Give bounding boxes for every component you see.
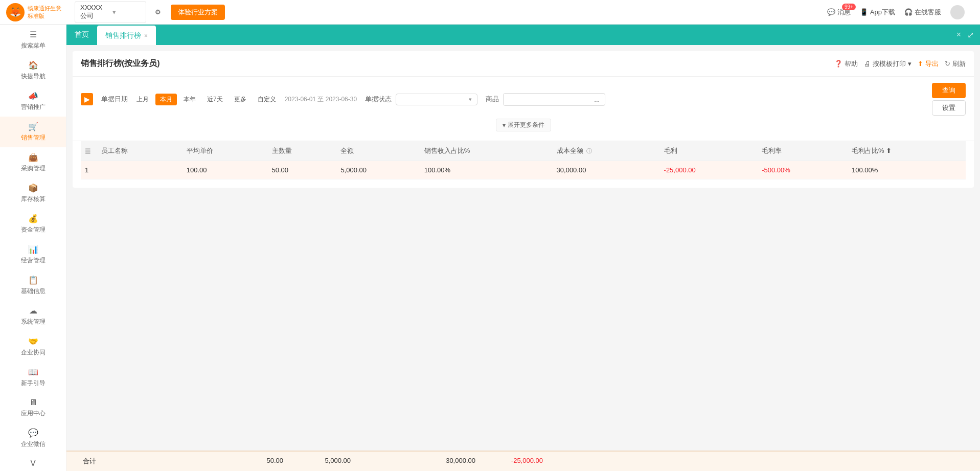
sidebar-item-label: 营销推广 — [21, 103, 45, 111]
content-area: 首页 销售排行榜 × × ⤢ 销售排行榜(按业务员) — [66, 25, 980, 471]
last-month-btn[interactable]: 上月 — [132, 94, 153, 105]
goods-filter: 商品 ... — [486, 93, 605, 106]
query-button[interactable]: 查询 — [932, 83, 966, 98]
filter-expand-arrow[interactable]: ▶ — [81, 93, 93, 105]
th-sales-ratio: 销售收入占比% — [420, 141, 553, 161]
last-7days-btn[interactable]: 近7天 — [202, 94, 227, 105]
page-title: 销售排行榜(按业务员) — [81, 58, 834, 69]
trial-button[interactable]: 体验行业方案 — [171, 5, 225, 20]
goods-filter-label: 商品 — [486, 95, 499, 104]
logo-area: 🦊 畅康通好生意 标准版 — [6, 3, 73, 21]
sidebar-item-marketing[interactable]: 📣 营销推广 — [0, 86, 66, 117]
marketing-icon: 📣 — [28, 91, 38, 101]
sidebar-item-enterprise-coop[interactable]: 🤝 企业协同 — [0, 331, 66, 362]
sidebar-item-inventory[interactable]: 📦 库存核算 — [0, 178, 66, 209]
top-bar-right: 💬 消息 99+ 📱 App下载 🎧 在线客服 — [827, 5, 974, 19]
sidebar-item-label: 采购管理 — [21, 164, 45, 173]
this-month-btn[interactable]: 本月 — [155, 94, 177, 105]
close-window-button[interactable]: × — [956, 30, 961, 39]
print-button[interactable]: 🖨 按模板打印 ▾ — [864, 59, 911, 69]
resize-window-button[interactable]: ⤢ — [967, 30, 974, 40]
th-cost: 成本全额 ⓘ — [553, 141, 660, 161]
user-avatar[interactable] — [950, 5, 965, 19]
sidebar-item-operation[interactable]: 📊 经营管理 — [0, 239, 66, 270]
footer-quantity: 50.00 — [242, 457, 283, 466]
sidebar-item-label: 应用中心 — [21, 409, 45, 418]
cell-name — [97, 161, 183, 180]
sidebar-item-finance[interactable]: 💰 资金管理 — [0, 209, 66, 239]
sidebar-item-quick-nav[interactable]: 🏠 快捷导航 — [0, 55, 66, 86]
cell-avg-price: 100.00 — [183, 161, 268, 180]
vip-icon: V — [30, 459, 36, 468]
tab-bar: 首页 销售排行榜 × × ⤢ — [66, 25, 980, 45]
search-order-icon: ☰ — [30, 30, 37, 39]
th-gross-ratio[interactable]: 毛利占比% ⬆ — [848, 141, 966, 161]
sidebar-item-search-order[interactable]: ☰ 搜索菜单 — [0, 25, 66, 55]
tab-home[interactable]: 首页 — [66, 25, 97, 45]
settings-gear-icon[interactable]: ⚙ — [150, 5, 166, 20]
goods-input[interactable]: ... — [503, 93, 605, 106]
date-range-text: 2023-06-01 至 2023-06-30 — [285, 95, 357, 104]
enterprise-icon: 🤝 — [28, 337, 38, 346]
expand-more-icon: ▾ — [503, 122, 506, 129]
cell-amount: 5,000.00 — [336, 161, 420, 180]
sidebar-item-label: 经营管理 — [21, 256, 45, 265]
system-icon: ☁ — [29, 306, 37, 316]
footer-cost: 30,000.00 — [424, 457, 475, 466]
this-year-btn[interactable]: 本年 — [179, 94, 200, 105]
app-download-icon: 📱 — [860, 8, 868, 16]
footer-sales-ratio — [367, 457, 408, 466]
th-gross-rate: 毛利率 — [758, 141, 848, 161]
app-download-button[interactable]: 📱 App下载 — [860, 8, 895, 17]
status-select[interactable]: ▾ — [396, 94, 477, 105]
sales-tab-label: 销售排行榜 — [105, 31, 141, 40]
refresh-button[interactable]: ↻ 刷新 — [945, 59, 966, 69]
sidebar-item-label: 系统管理 — [21, 318, 45, 326]
message-icon: 💬 — [827, 8, 835, 16]
inner-header: 销售排行榜(按业务员) ❓ 帮助 🖨 按模板打印 ▾ — [73, 51, 974, 77]
sidebar-item-app-center[interactable]: 🖥 应用中心 — [0, 393, 66, 423]
purchase-icon: 👜 — [28, 152, 38, 162]
th-amount: 全额 — [336, 141, 420, 161]
weixin-icon: 💬 — [28, 428, 38, 438]
message-button[interactable]: 💬 消息 99+ — [827, 8, 851, 17]
sidebar-item-sales-mgmt[interactable]: 🛒 销售管理 — [0, 117, 66, 147]
cell-gross-ratio: 100.00% — [848, 161, 966, 180]
cell-gross: -25,000.00 — [660, 161, 758, 180]
th-settings[interactable]: ☰ — [81, 141, 97, 161]
print-icon: 🖨 — [864, 60, 871, 68]
refresh-icon: ↻ — [945, 60, 950, 68]
footer-amount: 5,000.00 — [300, 457, 351, 466]
filter-row: ▶ 单据日期 上月 本月 本年 近7天 更多 自定义 — [81, 83, 966, 116]
cost-info-icon[interactable]: ⓘ — [586, 148, 592, 154]
inner-page: 销售排行榜(按业务员) ❓ 帮助 🖨 按模板打印 ▾ — [73, 51, 974, 188]
tab-close-button[interactable]: × — [144, 32, 148, 39]
sidebar-item-label: 基础信息 — [21, 287, 45, 296]
sidebar-item-base-info[interactable]: 📋 基础信息 — [0, 270, 66, 301]
tab-sales-ranking[interactable]: 销售排行榜 × — [97, 26, 156, 46]
table-header-row: ☰ 员工名称 平均单价 主数量 全额 销售收入占比% 成本全额 ⓘ — [81, 141, 966, 161]
page-content: 销售排行榜(按业务员) ❓ 帮助 🖨 按模板打印 ▾ — [66, 45, 980, 471]
cell-cost: 30,000.00 — [553, 161, 660, 180]
online-service-button[interactable]: 🎧 在线客服 — [904, 8, 941, 17]
setting-button[interactable]: 设置 — [932, 100, 966, 116]
company-selector[interactable]: XXXXX公司 ▾ — [75, 1, 146, 23]
print-arrow-icon: ▾ — [908, 60, 911, 68]
expand-more-btn[interactable]: ▾ 展开更多条件 — [496, 119, 551, 131]
th-name: 员工名称 — [97, 141, 183, 161]
goods-more-icon[interactable]: ... — [594, 96, 600, 103]
sidebar-item-enterprise-wx[interactable]: 💬 企业微信 — [0, 423, 66, 454]
cell-rank: 1 — [81, 161, 97, 180]
help-button[interactable]: ❓ 帮助 — [834, 59, 858, 69]
sidebar-item-system-mgmt[interactable]: ☁ 系统管理 — [0, 301, 66, 331]
custom-date-btn[interactable]: 自定义 — [253, 94, 281, 105]
home-icon: 🏠 — [28, 60, 38, 70]
export-button[interactable]: ⬆ 导出 — [918, 59, 939, 69]
sidebar-item-label: 企业微信 — [21, 440, 45, 448]
sidebar-item-label: 快捷导航 — [21, 72, 45, 81]
sidebar-item-vip[interactable]: V 畅会员 — [0, 454, 66, 471]
sidebar-item-purchase-mgmt[interactable]: 👜 采购管理 — [0, 147, 66, 178]
sidebar-item-new-guide[interactable]: 📖 新手引导 — [0, 362, 66, 393]
status-filter-label: 单据状态 — [365, 95, 392, 104]
more-dates-btn[interactable]: 更多 — [230, 94, 251, 105]
